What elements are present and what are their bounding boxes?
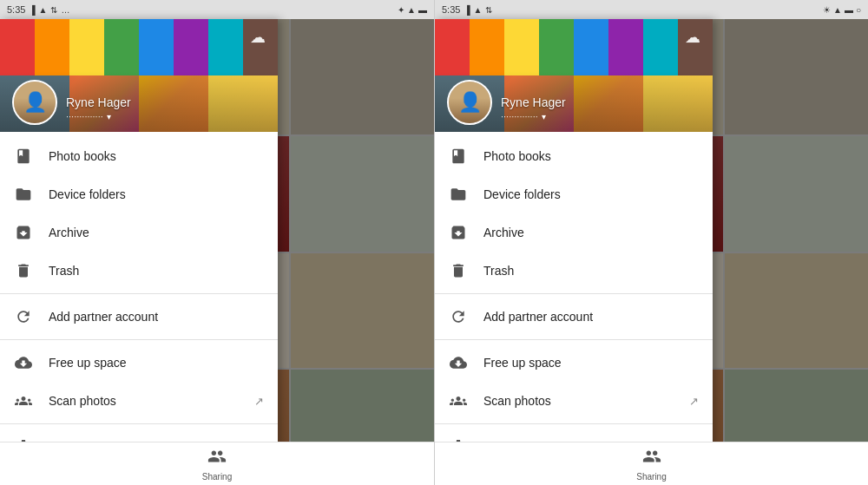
right-drawer-scrim[interactable] [713, 19, 868, 485]
right-photo-books-icon [449, 147, 468, 166]
battery-icon: ▬ [418, 5, 427, 15]
scan-photos-icon [14, 391, 33, 410]
trash-icon [14, 261, 33, 280]
right-color-tile-4 [539, 19, 574, 75]
right-color-tile-7 [643, 19, 678, 75]
right-archive-icon [449, 223, 468, 242]
archive-label: Archive [49, 226, 264, 239]
right-color-tile-1 [435, 19, 470, 75]
menu-item-trash[interactable]: Trash [0, 252, 278, 290]
right-trash-icon [449, 261, 468, 280]
menu-item-photo-books[interactable]: Photo books [0, 137, 278, 175]
right-free-space-icon [449, 353, 468, 372]
right-sharing-nav-item[interactable]: Sharing [435, 447, 868, 482]
menu-item-archive[interactable]: Archive [0, 213, 278, 252]
right-user-info: Ryne Hager ·············· ▾ [501, 95, 700, 125]
cloud-icon: ☁ [250, 28, 266, 47]
right-menu-item-photo-books[interactable]: Photo books [435, 137, 713, 175]
photo-books-icon [14, 147, 33, 166]
menu-item-free-space[interactable]: Free up space [0, 344, 278, 382]
color-tile-2 [35, 19, 69, 75]
right-circle-icon: ○ [856, 5, 861, 15]
right-menu-divider-2 [435, 339, 713, 340]
free-space-label: Free up space [49, 356, 264, 370]
time-display: 5:35 [7, 4, 25, 15]
device-folders-icon [14, 185, 33, 204]
bluetooth-icon: ✦ [398, 5, 404, 15]
right-brightness-icon: ☀ [823, 5, 831, 15]
color-tile-3 [69, 19, 104, 75]
menu-item-device-folders[interactable]: Device folders [0, 175, 278, 213]
left-drawer-menu: Photo books Device folders Archive [0, 132, 278, 485]
drawer-scrim[interactable] [278, 19, 434, 485]
right-menu-item-add-partner[interactable]: Add partner account [435, 298, 713, 336]
sharing-icon [207, 447, 227, 470]
right-color-tile-5 [574, 19, 608, 75]
menu-item-scan-photos[interactable]: Scan photos ↗ [0, 382, 278, 420]
color-tile-6 [174, 19, 208, 75]
right-navigation-drawer: ☁ 👤 Ryne Hager ·············· ▾ [435, 19, 713, 485]
right-menu-item-device-folders[interactable]: Device folders [435, 175, 713, 213]
right-menu-item-trash[interactable]: Trash [435, 252, 713, 290]
user-name: Ryne Hager [66, 95, 266, 109]
wifi-strength-icon: ▲ [407, 5, 416, 15]
right-color-tile-2 [470, 19, 504, 75]
right-sharing-label: Sharing [636, 472, 666, 482]
left-phone-panel: 5:35 ▐ ▲ ⇅ … ✦ ▲ ▬ [0, 0, 434, 485]
add-partner-label: Add partner account [49, 310, 264, 324]
right-user-email: ·············· [501, 111, 538, 121]
trash-label: Trash [49, 264, 264, 278]
wifi-icon: ▲ [39, 5, 48, 15]
drawer-header: ☁ 👤 Ryne Hager ·············· ▾ [0, 19, 278, 132]
archive-icon [14, 223, 33, 242]
free-space-icon [14, 353, 33, 372]
account-dropdown-arrow[interactable]: ▾ [107, 112, 111, 121]
left-navigation-drawer: ☁ 👤 Ryne Hager ·············· ▾ [0, 19, 278, 485]
menu-divider-2 [0, 339, 278, 340]
right-signal-icon: ▐ [464, 5, 470, 15]
status-left-icons: 5:35 ▐ ▲ ⇅ … [7, 4, 69, 15]
right-status-bar: 5:35 ▐ ▲ ⇅ ☀ ▲ ▬ ○ [435, 0, 868, 19]
right-data-icon: ⇅ [485, 5, 492, 15]
right-time-display: 5:35 [442, 4, 460, 15]
right-battery-icon: ▬ [845, 5, 853, 15]
user-email-row[interactable]: ·············· ▾ [66, 111, 266, 121]
right-wifi-icon: ▲ [474, 5, 483, 15]
right-menu-divider-3 [435, 423, 713, 424]
menu-divider-1 [0, 293, 278, 294]
right-wifi-strength-icon: ▲ [833, 5, 842, 15]
color-tile-7 [208, 19, 243, 75]
right-avatar-image: 👤 [449, 82, 490, 123]
color-tile-5 [139, 19, 174, 75]
right-free-space-label: Free up space [483, 356, 699, 370]
user-email: ·············· [66, 111, 103, 121]
menu-divider-3 [0, 423, 278, 424]
right-menu-item-free-space[interactable]: Free up space [435, 344, 713, 382]
right-drawer-header: ☁ 👤 Ryne Hager ·············· ▾ [435, 19, 713, 132]
right-photo-books-label: Photo books [483, 149, 699, 163]
right-menu-item-archive[interactable]: Archive [435, 213, 713, 252]
menu-item-add-partner[interactable]: Add partner account [0, 298, 278, 336]
header-overlay: 👤 Ryne Hager ·············· ▾ [0, 71, 278, 132]
device-folders-label: Device folders [49, 187, 264, 201]
sharing-nav-item[interactable]: Sharing [0, 447, 434, 482]
notification-icon: … [61, 5, 69, 15]
right-user-email-row[interactable]: ·············· ▾ [501, 111, 700, 121]
right-status-right: ☀ ▲ ▬ ○ [823, 5, 861, 15]
right-status-left: 5:35 ▐ ▲ ⇅ [442, 4, 492, 15]
right-color-tile-3 [504, 19, 539, 75]
color-tile-4 [104, 19, 139, 75]
left-bottom-nav: Sharing [0, 442, 434, 485]
user-avatar[interactable]: 👤 [12, 80, 57, 125]
right-menu-divider-1 [435, 293, 713, 294]
right-account-dropdown-arrow[interactable]: ▾ [542, 112, 546, 121]
right-menu-item-scan-photos[interactable]: Scan photos ↗ [435, 382, 713, 420]
right-user-avatar[interactable]: 👤 [447, 80, 492, 125]
status-right-icons: ✦ ▲ ▬ [398, 5, 427, 15]
external-link-icon: ↗ [254, 395, 264, 408]
right-header-overlay: 👤 Ryne Hager ·············· ▾ [435, 71, 713, 132]
right-color-tile-6 [608, 19, 643, 75]
user-info: Ryne Hager ·············· ▾ [66, 95, 266, 125]
add-partner-icon [14, 307, 33, 326]
scan-photos-label: Scan photos [49, 394, 239, 408]
